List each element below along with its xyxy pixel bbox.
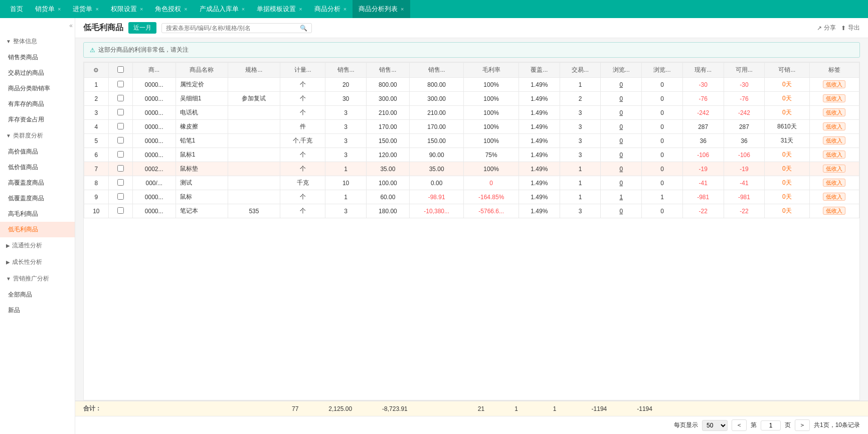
row-checkbox[interactable]: [117, 81, 124, 87]
col-usable-header[interactable]: 可用...: [724, 63, 765, 78]
col-stock-header[interactable]: 现有...: [682, 63, 724, 78]
row-name[interactable]: 橡皮擦: [176, 120, 228, 134]
col-profit-header[interactable]: 毛利率: [464, 63, 519, 78]
nav-item-product-analysis[interactable]: 商品分析 ×: [308, 0, 353, 18]
sidebar-item-stock-products[interactable]: 有库存的商品: [0, 96, 75, 112]
search-icon[interactable]: 🔍: [300, 25, 307, 32]
share-button[interactable]: ↗ 分享: [817, 24, 836, 32]
col-browse2-header[interactable]: 浏览...: [642, 63, 683, 78]
sidebar-section-cluster[interactable]: ▼ 类群度分析: [0, 127, 75, 144]
row-browse1[interactable]: 0: [601, 120, 642, 134]
nav-item-sales[interactable]: 销货单 ×: [29, 0, 67, 18]
sidebar-section-growth[interactable]: ▶ 成长性分析: [0, 254, 75, 270]
row-name[interactable]: 鼠标: [176, 190, 228, 204]
nav-item-product-in[interactable]: 产成品入库单 ×: [194, 0, 251, 18]
nav-item-analysis-list[interactable]: 商品分析列表 ×: [353, 0, 410, 18]
row-check[interactable]: [108, 148, 132, 162]
col-sale3-header[interactable]: 销售...: [409, 63, 463, 78]
close-permissions-icon[interactable]: ×: [140, 6, 143, 12]
row-check[interactable]: [108, 106, 132, 120]
row-checkbox[interactable]: [117, 137, 124, 143]
col-sellable-header[interactable]: 可销...: [765, 63, 809, 78]
row-name[interactable]: 属性定价: [176, 78, 228, 92]
sidebar-item-low-margin[interactable]: 低毛利商品: [0, 222, 75, 237]
col-tag-header[interactable]: 标签: [809, 63, 859, 78]
sidebar-item-traded-products[interactable]: 交易过的商品: [0, 65, 75, 81]
sidebar-item-all-products[interactable]: 全部商品: [0, 287, 75, 303]
col-sale1-header[interactable]: 销售...: [325, 63, 367, 78]
page-number-input[interactable]: [761, 420, 781, 430]
sidebar-item-high-coverage[interactable]: 高覆盖度商品: [0, 175, 75, 191]
row-check[interactable]: [108, 120, 132, 134]
row-check[interactable]: [108, 176, 132, 190]
col-code-header[interactable]: 商...: [132, 63, 176, 78]
row-name[interactable]: 鼠标1: [176, 148, 228, 162]
col-unit-header[interactable]: 计量...: [280, 63, 325, 78]
row-browse1[interactable]: 0: [601, 148, 642, 162]
nav-item-permissions[interactable]: 权限设置 ×: [105, 0, 149, 18]
col-sale2-header[interactable]: 销售...: [366, 63, 409, 78]
row-check[interactable]: [108, 162, 132, 176]
nav-item-role[interactable]: 角色授权 ×: [149, 0, 193, 18]
row-check[interactable]: [108, 92, 132, 106]
row-browse1[interactable]: 0: [601, 92, 642, 106]
close-template-icon[interactable]: ×: [299, 6, 302, 12]
row-name[interactable]: 笔记本: [176, 204, 228, 218]
row-check[interactable]: [108, 190, 132, 204]
row-checkbox[interactable]: [117, 109, 124, 115]
col-trade-header[interactable]: 交易...: [560, 63, 601, 78]
row-checkbox[interactable]: [117, 193, 124, 200]
col-spec-header[interactable]: 规格...: [228, 63, 280, 78]
export-button[interactable]: ⬆ 导出: [841, 24, 860, 32]
sidebar-section-overall[interactable]: ▼ 整体信息: [0, 33, 75, 50]
per-page-select[interactable]: 50 100 200: [702, 420, 728, 431]
col-browse1-header[interactable]: 浏览...: [601, 63, 642, 78]
row-name[interactable]: 测试: [176, 176, 228, 190]
close-role-icon[interactable]: ×: [184, 6, 187, 12]
close-analysis-list-icon[interactable]: ×: [401, 6, 404, 12]
row-checkbox[interactable]: [117, 165, 124, 172]
sidebar-item-high-margin[interactable]: 高毛利商品: [0, 206, 75, 222]
row-browse1[interactable]: 0: [601, 162, 642, 176]
prev-page-button[interactable]: ＜: [732, 419, 747, 431]
row-browse1[interactable]: 0: [601, 134, 642, 148]
nav-item-template[interactable]: 单据模板设置 ×: [251, 0, 308, 18]
row-browse1[interactable]: 1: [601, 190, 642, 204]
sidebar-section-circulation[interactable]: ▶ 流通性分析: [0, 237, 75, 254]
col-setting[interactable]: ⚙: [84, 63, 109, 78]
row-checkbox[interactable]: [117, 207, 124, 214]
row-check[interactable]: [108, 204, 132, 218]
sidebar-section-marketing[interactable]: ▼ 营销推广分析: [0, 270, 75, 287]
row-name[interactable]: 吴细细1: [176, 92, 228, 106]
row-name[interactable]: 电话机: [176, 106, 228, 120]
col-coverage-header[interactable]: 覆盖...: [518, 63, 560, 78]
row-name[interactable]: 铅笔1: [176, 134, 228, 148]
close-analysis-icon[interactable]: ×: [343, 6, 346, 12]
date-filter-button[interactable]: 近一月: [128, 22, 156, 34]
row-checkbox[interactable]: [117, 95, 124, 101]
sidebar-item-category-rate[interactable]: 商品分类助销率: [0, 81, 75, 96]
nav-item-purchase[interactable]: 进货单 ×: [67, 0, 104, 18]
row-name[interactable]: 鼠标垫: [176, 162, 228, 176]
next-page-button[interactable]: ＞: [795, 419, 810, 431]
close-purchase-icon[interactable]: ×: [95, 6, 98, 12]
sidebar-item-low-coverage[interactable]: 低覆盖度商品: [0, 191, 75, 206]
row-check[interactable]: [108, 134, 132, 148]
sidebar-item-sales-products[interactable]: 销售类商品: [0, 50, 75, 65]
row-browse1[interactable]: 0: [601, 78, 642, 92]
row-browse1[interactable]: 0: [601, 106, 642, 120]
row-checkbox[interactable]: [117, 151, 124, 158]
row-checkbox[interactable]: [117, 179, 124, 186]
row-browse1[interactable]: 0: [601, 176, 642, 190]
close-sales-icon[interactable]: ×: [58, 6, 61, 12]
nav-item-home[interactable]: 首页: [4, 0, 29, 18]
col-check-all[interactable]: [108, 63, 132, 78]
sidebar-item-low-value[interactable]: 低价值商品: [0, 160, 75, 175]
sidebar-item-new-products[interactable]: 新品: [0, 303, 75, 318]
col-name-header[interactable]: 商品名称: [176, 63, 228, 78]
sidebar-item-high-value[interactable]: 高价值商品: [0, 144, 75, 160]
row-browse1[interactable]: 0: [601, 204, 642, 218]
select-all-checkbox[interactable]: [117, 66, 124, 73]
row-check[interactable]: [108, 78, 132, 92]
sidebar-item-stock-capital[interactable]: 库存资金占用: [0, 112, 75, 127]
